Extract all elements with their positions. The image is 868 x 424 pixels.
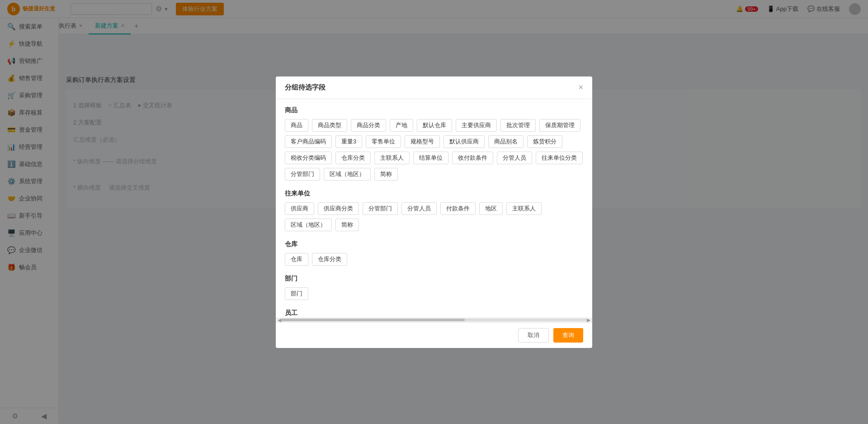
field-tag-product-22[interactable]: 分管部门 bbox=[285, 168, 320, 181]
section-partner: 往来单位供应商供应商分类分管部门分管人员付款条件地区主联系人区域（地区）简称 bbox=[285, 190, 583, 231]
field-tag-product-9[interactable]: 重量3 bbox=[335, 135, 362, 148]
field-tag-product-4[interactable]: 默认仓库 bbox=[417, 119, 452, 132]
modal-overlay: 分组待选字段 × 商品商品商品类型商品分类产地默认仓库主要供应商批次管理保质期管… bbox=[0, 0, 868, 424]
section-title-product: 商品 bbox=[285, 106, 583, 114]
section-department: 部门部门 bbox=[285, 275, 583, 300]
fields-row-warehouse: 仓库仓库分类 bbox=[285, 253, 583, 266]
scrollbar-thumb bbox=[281, 319, 465, 321]
field-tag-product-20[interactable]: 分管人员 bbox=[497, 152, 532, 164]
scrollbar-track bbox=[281, 319, 587, 321]
field-tag-product-7[interactable]: 保质期管理 bbox=[539, 119, 580, 132]
section-title-department: 部门 bbox=[285, 275, 583, 283]
field-tag-partner-7[interactable]: 区域（地区） bbox=[285, 219, 332, 231]
field-tag-partner-0[interactable]: 供应商 bbox=[285, 202, 314, 215]
field-tag-partner-6[interactable]: 主联系人 bbox=[506, 202, 542, 215]
section-title-partner: 往来单位 bbox=[285, 190, 583, 198]
confirm-button[interactable]: 查询 bbox=[553, 328, 583, 343]
field-tag-product-8[interactable]: 客户商品编码 bbox=[285, 135, 332, 148]
modal-close-button[interactable]: × bbox=[578, 83, 583, 92]
section-warehouse: 仓库仓库仓库分类 bbox=[285, 240, 583, 266]
section-employee: 员工业务员 bbox=[285, 309, 583, 318]
field-tag-product-24[interactable]: 简称 bbox=[374, 168, 398, 181]
field-tag-product-21[interactable]: 往来单位分类 bbox=[536, 152, 583, 164]
modal: 分组待选字段 × 商品商品商品类型商品分类产地默认仓库主要供应商批次管理保质期管… bbox=[276, 76, 592, 348]
fields-row-department: 部门 bbox=[285, 287, 583, 300]
field-tag-product-1[interactable]: 商品类型 bbox=[312, 119, 347, 132]
field-tag-partner-5[interactable]: 地区 bbox=[479, 202, 503, 215]
field-tag-product-12[interactable]: 默认供应商 bbox=[443, 135, 485, 148]
field-tag-product-11[interactable]: 规格型号 bbox=[405, 135, 440, 148]
field-tag-product-23[interactable]: 区域（地区） bbox=[324, 168, 371, 181]
field-tag-partner-2[interactable]: 分管部门 bbox=[363, 202, 398, 215]
field-tag-product-13[interactable]: 商品别名 bbox=[488, 135, 524, 148]
field-tag-warehouse-1[interactable]: 仓库分类 bbox=[312, 253, 347, 266]
field-tag-department-0[interactable]: 部门 bbox=[285, 287, 308, 300]
field-tag-product-17[interactable]: 主联系人 bbox=[374, 152, 410, 164]
modal-body: 商品商品商品类型商品分类产地默认仓库主要供应商批次管理保质期管理客户商品编码重量… bbox=[276, 99, 592, 318]
modal-header: 分组待选字段 × bbox=[276, 76, 592, 99]
section-product: 商品商品商品类型商品分类产地默认仓库主要供应商批次管理保质期管理客户商品编码重量… bbox=[285, 106, 583, 181]
field-tag-product-16[interactable]: 仓库分类 bbox=[335, 152, 371, 164]
modal-horizontal-scrollbar[interactable]: ◀ ▶ bbox=[276, 318, 592, 322]
field-tag-product-0[interactable]: 商品 bbox=[285, 119, 308, 132]
field-tag-partner-3[interactable]: 分管人员 bbox=[401, 202, 437, 215]
field-tag-product-19[interactable]: 收付款条件 bbox=[452, 152, 493, 164]
cancel-button[interactable]: 取消 bbox=[518, 328, 549, 343]
field-tag-product-3[interactable]: 产地 bbox=[390, 119, 413, 132]
field-tag-product-6[interactable]: 批次管理 bbox=[500, 119, 536, 132]
field-tag-product-10[interactable]: 零售单位 bbox=[366, 135, 401, 148]
field-tag-partner-8[interactable]: 简称 bbox=[335, 219, 359, 231]
field-tag-product-2[interactable]: 商品分类 bbox=[351, 119, 386, 132]
field-tag-product-5[interactable]: 主要供应商 bbox=[456, 119, 497, 132]
modal-title: 分组待选字段 bbox=[285, 83, 326, 92]
field-tag-warehouse-0[interactable]: 仓库 bbox=[285, 253, 308, 266]
fields-row-product: 商品商品类型商品分类产地默认仓库主要供应商批次管理保质期管理客户商品编码重量3零… bbox=[285, 119, 583, 181]
field-tag-partner-4[interactable]: 付款条件 bbox=[440, 202, 476, 215]
modal-footer: 取消 查询 bbox=[276, 322, 592, 348]
field-tag-product-18[interactable]: 结算单位 bbox=[413, 152, 448, 164]
section-title-employee: 员工 bbox=[285, 309, 583, 317]
field-tag-product-15[interactable]: 税收分类编码 bbox=[285, 152, 332, 164]
fields-row-partner: 供应商供应商分类分管部门分管人员付款条件地区主联系人区域（地区）简称 bbox=[285, 202, 583, 231]
field-tag-product-14[interactable]: 炼货积分 bbox=[527, 135, 562, 148]
field-tag-partner-1[interactable]: 供应商分类 bbox=[318, 202, 359, 215]
section-title-warehouse: 仓库 bbox=[285, 240, 583, 248]
